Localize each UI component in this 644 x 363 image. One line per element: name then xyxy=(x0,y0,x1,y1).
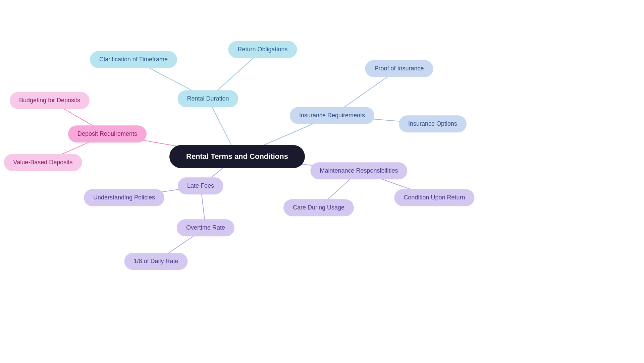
proof-insurance-node: Proof of Insurance xyxy=(365,60,433,77)
rental-duration-label: Rental Duration xyxy=(187,95,229,103)
return-obligations-label: Return Obligations xyxy=(237,46,287,53)
late-fees-node: Late Fees xyxy=(178,177,223,194)
deposit-label: Deposit Requirements xyxy=(77,130,137,138)
daily-rate-node: 1/8 of Daily Rate xyxy=(124,253,187,270)
late-fees-label: Late Fees xyxy=(187,182,214,190)
insurance-label: Insurance Requirements xyxy=(299,112,365,119)
daily-rate-label: 1/8 of Daily Rate xyxy=(133,257,178,265)
proof-label: Proof of Insurance xyxy=(374,65,424,72)
center-label: Rental Terms and Conditions xyxy=(186,152,288,162)
understanding-label: Understanding Policies xyxy=(93,194,155,201)
insurance-options-node: Insurance Options xyxy=(399,115,467,132)
center-node: Rental Terms and Conditions xyxy=(169,145,305,168)
understanding-node: Understanding Policies xyxy=(84,189,164,206)
clarification-label: Clarification of Timeframe xyxy=(99,56,168,63)
care-during-node: Care During Usage xyxy=(283,199,354,216)
maintenance-node: Maintenance Responsibilities xyxy=(310,162,407,179)
value-based-node: Value-Based Deposits xyxy=(4,154,82,171)
overtime-rate-node: Overtime Rate xyxy=(177,219,234,236)
budgeting-node: Budgeting for Deposits xyxy=(10,92,90,109)
rental-duration-node: Rental Duration xyxy=(177,90,238,107)
insurance-requirements-node: Insurance Requirements xyxy=(290,107,374,124)
care-label: Care During Usage xyxy=(293,204,344,211)
options-label: Insurance Options xyxy=(408,120,457,128)
maintenance-label: Maintenance Responsibilities xyxy=(320,167,398,175)
return-obligations-node: Return Obligations xyxy=(228,41,297,58)
budgeting-label: Budgeting for Deposits xyxy=(19,97,80,104)
overtime-label: Overtime Rate xyxy=(186,224,225,232)
condition-return-node: Condition Upon Return xyxy=(394,189,474,206)
condition-label: Condition Upon Return xyxy=(404,194,465,201)
clarification-node: Clarification of Timeframe xyxy=(90,51,177,68)
deposit-requirements-node: Deposit Requirements xyxy=(68,125,147,142)
value-based-label: Value-Based Deposits xyxy=(13,159,73,166)
